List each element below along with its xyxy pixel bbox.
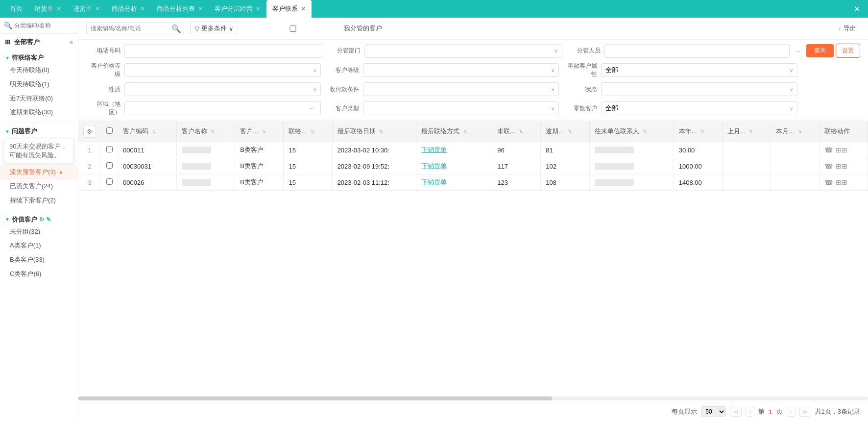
row-checkbox-1[interactable] [106, 162, 113, 169]
tab-customer-contact[interactable]: 客户联系 ✕ [266, 0, 312, 18]
table-settings-icon[interactable]: ⚙ [83, 125, 96, 138]
section-problem-customer[interactable]: ▼ 问题客户 [0, 124, 78, 137]
action-more-icon-0[interactable]: ⊞⊞ [836, 146, 847, 154]
sort-contact-icon[interactable]: ⇅ [311, 129, 314, 134]
section-pending-contact[interactable]: ▼ 待联络客户 [0, 50, 78, 63]
sidebar-item-tomorrow[interactable]: 明天待联络(1) [0, 77, 78, 92]
close-tab-customer-layering[interactable]: ✕ [256, 5, 261, 12]
sidebar-item-declining[interactable]: 持续下滑客户(2) [0, 194, 78, 208]
sidebar-item-class-b[interactable]: B类客户(33) [0, 253, 78, 267]
filter-zero-attr-select[interactable]: 全部 ∨ [601, 63, 797, 77]
sidebar-item-overdue[interactable]: 逾期未联络(30) [0, 105, 78, 120]
sort-last-month-icon[interactable]: ⇅ [749, 129, 753, 134]
tab-home[interactable]: 首页 [4, 0, 28, 18]
sidebar-item-churned[interactable]: 已流失客户(24) [0, 179, 78, 194]
cell-name-0 [176, 142, 235, 158]
scrollbar-track[interactable] [78, 396, 868, 400]
filter-zero-customer-select[interactable]: 全部 ∨ [601, 101, 797, 115]
sort-last-date-icon[interactable]: ⇅ [379, 129, 383, 134]
cell-last-method-1: 下销货单 [416, 158, 492, 174]
action-contact-icon-1[interactable]: ☎ [824, 162, 833, 170]
cell-last-date-1: 2023-02-09 19:52: [332, 158, 416, 174]
tab-purchase-order[interactable]: 进货单 ✕ [67, 0, 106, 18]
prev-page-button[interactable]: ‹ [746, 407, 754, 417]
filter-status-select[interactable]: ∨ [601, 82, 797, 96]
tab-product-analysis[interactable]: 商品分析 ✕ [106, 0, 151, 18]
region-more-icon[interactable]: ··· [308, 105, 316, 112]
refresh-icon[interactable]: ↻ [39, 216, 44, 223]
query-button[interactable]: 查询 [806, 44, 834, 57]
sort-unit-contact-icon[interactable]: ⇅ [643, 129, 647, 134]
last-method-link-1[interactable]: 下销货单 [421, 162, 447, 170]
tab-customer-layering[interactable]: 客户分层经营 ✕ [209, 0, 266, 18]
filter-price-level-select[interactable]: ∨ [124, 63, 321, 77]
filter-customer-level-select[interactable]: ∨ [363, 63, 559, 77]
first-page-button[interactable]: ⊲ [730, 407, 742, 417]
row-checkbox-0[interactable] [106, 146, 113, 152]
close-tab-product-analysis[interactable]: ✕ [140, 5, 145, 12]
last-method-link-2[interactable]: 下销货单 [421, 178, 447, 186]
sort-last-method-icon[interactable]: ⇅ [463, 129, 467, 134]
sort-this-year-icon[interactable]: ⇅ [700, 129, 704, 134]
filter-manager-input[interactable] [604, 44, 790, 58]
all-customers-header[interactable]: ⊞ 全部客户 « [0, 34, 78, 50]
select-all-checkbox[interactable] [106, 127, 113, 134]
sidebar-item-7days[interactable]: 近7天待联络(0) [0, 92, 78, 106]
sort-name-icon[interactable]: ⇅ [211, 129, 215, 134]
settings-button[interactable]: 设置 [836, 44, 860, 58]
section-value-customer[interactable]: ▼ 价值客户 ↻ ✎ [0, 212, 78, 225]
last-page-button[interactable]: ⊳ [799, 407, 811, 417]
scrollbar-thumb[interactable] [78, 396, 552, 400]
cell-type-1: B类客户 [235, 158, 284, 174]
filter-region-select[interactable]: ··· [124, 101, 321, 115]
sort-this-month-icon[interactable]: ⇅ [798, 129, 802, 134]
window-close-button[interactable]: ✕ [850, 4, 864, 14]
sidebar-item-class-c[interactable]: C类客户(6) [0, 267, 78, 281]
sidebar-item-class-a[interactable]: A类客户(1) [0, 239, 78, 253]
search-button-icon[interactable]: 🔍 [171, 24, 181, 33]
action-contact-icon-0[interactable]: ☎ [824, 146, 833, 154]
cell-contact-1: 15 [284, 158, 332, 174]
per-page-select[interactable]: 50 20 100 [701, 406, 726, 417]
blurred-name-2 [182, 179, 211, 186]
close-tab-customer-contact[interactable]: ✕ [301, 5, 306, 12]
sort-overdue-icon[interactable]: ⇅ [568, 129, 572, 134]
sort-uncontacted-icon[interactable]: ⇅ [519, 129, 523, 134]
edit-icon[interactable]: ✎ [46, 216, 51, 223]
cell-unit-contact-2 [589, 174, 674, 191]
sidebar-item-churn-warning[interactable]: 流失预警客户(3) ● [0, 165, 78, 179]
sort-type-icon[interactable]: ⇅ [262, 129, 266, 134]
filter-customer-type-select[interactable]: ∨ [363, 101, 559, 115]
cell-last-method-0: 下销货单 [416, 142, 492, 158]
filter-payment-select[interactable]: ∨ [363, 82, 559, 96]
tab-product-analysis-list[interactable]: 商品分析列表 ✕ [151, 0, 209, 18]
last-method-link-0[interactable]: 下销货单 [421, 146, 447, 153]
filter-phone-input[interactable] [124, 44, 322, 58]
cell-contact-0: 15 [284, 142, 332, 158]
sidebar-item-ungrouped[interactable]: 未分组(32) [0, 225, 78, 239]
row-checkbox-2[interactable] [106, 178, 113, 185]
close-tab-product-analysis-list[interactable]: ✕ [198, 5, 203, 12]
status-arrow: ∨ [790, 87, 793, 92]
sidebar-search-input[interactable] [14, 22, 74, 29]
close-tab-sales-order[interactable]: ✕ [56, 5, 61, 12]
search-input[interactable] [86, 23, 184, 34]
cell-code-0: 000011 [118, 142, 177, 158]
close-tab-purchase-order[interactable]: ✕ [95, 5, 100, 12]
sidebar-item-today[interactable]: 今天待联络(0) [0, 63, 78, 77]
action-more-icon-1[interactable]: ⊞⊞ [836, 162, 847, 170]
more-conditions-button[interactable]: ▽ 更多条件 ∨ [190, 22, 238, 35]
cell-this-month-1 [771, 158, 820, 174]
sort-code-icon[interactable]: ⇅ [152, 129, 156, 134]
col-contact: 联络... ⇅ [284, 121, 332, 142]
tab-sales-order[interactable]: 销货单 ✕ [28, 0, 67, 18]
filter-dept-select[interactable]: ∨ [364, 44, 562, 58]
action-more-icon-2[interactable]: ⊞⊞ [836, 178, 847, 186]
my-customers-checkbox[interactable]: 我分管的客户 [244, 24, 382, 33]
filter-manager-more-icon[interactable]: ··· [794, 48, 802, 54]
export-button[interactable]: ↑ 导出 [835, 22, 861, 35]
my-customers-check[interactable] [244, 25, 342, 32]
action-contact-icon-2[interactable]: ☎ [824, 178, 833, 186]
next-page-button[interactable]: › [787, 407, 796, 417]
filter-nature-select[interactable]: ∨ [124, 82, 321, 96]
